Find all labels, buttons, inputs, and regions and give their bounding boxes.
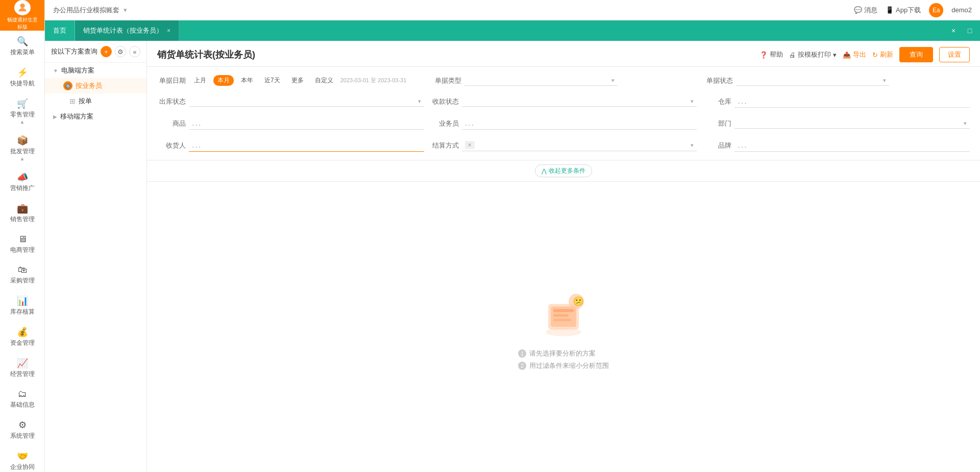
settlement-tag-close[interactable]: ×	[468, 141, 472, 149]
help-icon: ❓	[760, 51, 768, 59]
sidebar-marketing-label: 营销推广	[10, 184, 35, 193]
date-tab-this-year[interactable]: 本年	[237, 75, 257, 86]
sidebar-item-base[interactable]: 🗂 基础信息	[0, 384, 44, 414]
export-btn[interactable]: 📤 导出	[843, 50, 866, 59]
top-header: 办公用品行业模拟账套 ▾ 💬 消息 📱 App下载 Ea demo2	[45, 0, 980, 20]
outbound-dropdown[interactable]: ▾	[189, 97, 424, 107]
tab-bar: 首页 销货单统计表（按业务员） × × □	[45, 20, 980, 41]
sidebar-sales-label: 销售管理	[10, 215, 35, 224]
receiver-input[interactable]: ...	[189, 139, 424, 152]
sidebar-item-wholesale[interactable]: 📦 批发管理 ▲	[0, 130, 44, 167]
logo-sub: 标版	[17, 23, 28, 31]
date-tab-this-month[interactable]: 本月	[213, 75, 234, 86]
filter-warehouse-cell: 仓库 ...	[703, 93, 970, 110]
tab-active[interactable]: 销货单统计表（按业务员） ×	[75, 20, 179, 41]
collapse-row: ⋀ 收起更多条件	[147, 160, 980, 182]
sidebar-item-system[interactable]: ⚙ 系统管理	[0, 414, 44, 445]
sidebar-item-ecommerce[interactable]: 🖥 电商管理	[0, 229, 44, 259]
date-tab-more[interactable]: 更多	[287, 75, 308, 86]
add-icon: +	[104, 48, 108, 56]
export-label: 导出	[853, 50, 866, 59]
receiver-dots: ...	[192, 140, 202, 150]
message-label: 消息	[864, 6, 877, 15]
tab-close-btn[interactable]: ×	[167, 27, 170, 34]
tree-pc-section[interactable]: ▼ 电脑端方案	[45, 63, 146, 78]
product-dots: ...	[192, 119, 202, 128]
date-tab-custom[interactable]: 自定义	[311, 75, 337, 86]
app-download-btn[interactable]: 📱 App下载	[886, 6, 921, 15]
doc-status-arrow-icon: ▾	[883, 77, 886, 84]
settlement-arrow-icon: ▾	[691, 142, 694, 149]
doc-type-dropdown[interactable]: ▾	[464, 76, 618, 86]
collapse-panel-btn[interactable]: «	[129, 46, 140, 57]
empty-tips: 1 请先选择要分析的方案 2 用过滤条件来缩小分析范围	[518, 349, 609, 370]
filter-doc-status-cell: 单据状态 ▾	[704, 74, 970, 88]
salesperson-label: 业务员	[430, 119, 459, 128]
collapse-btn[interactable]: ⋀ 收起更多条件	[535, 164, 592, 177]
content-area: 按以下方案查询 + ⚙ « ▼ 电脑端方案	[45, 41, 980, 472]
sidebar-item-marketing[interactable]: 📣 营销推广	[0, 167, 44, 198]
retail-icon: 🛒	[17, 98, 28, 109]
sidebar-item-finance[interactable]: 💰 资金管理	[0, 321, 44, 352]
tree-arrow-icon: ▼	[53, 68, 58, 74]
payment-arrow-icon: ▾	[691, 98, 694, 105]
sidebar-item-enterprise[interactable]: 🤝 企业协同	[0, 445, 44, 472]
tab-home[interactable]: 首页	[45, 20, 75, 41]
print-btn[interactable]: 🖨 按模板打印 ▾	[789, 50, 837, 59]
sidebar-item-search[interactable]: 🔍 搜索菜单	[0, 31, 44, 62]
salesperson-input[interactable]: ...	[462, 117, 697, 130]
outbound-label: 出库状态	[157, 97, 186, 106]
sidebar-item-purchase[interactable]: 🛍 采购管理	[0, 259, 44, 290]
refresh-icon: ↻	[872, 51, 878, 59]
product-input[interactable]: ...	[189, 117, 424, 130]
filter-area: 单据日期 上月 本月 本年 近7天 更多 自定义 2023-03-01 至 20…	[147, 67, 980, 160]
sidebar-shortcut-label: 快捷导航	[10, 79, 35, 88]
tree-pc-label: 电脑端方案	[61, 66, 94, 75]
logo-icon	[14, 0, 31, 15]
settings-btn[interactable]: 设置	[939, 47, 970, 62]
sidebar-item-inventory[interactable]: 📊 库存核算	[0, 290, 44, 321]
breadcrumb-text: 办公用品行业模拟账套	[53, 6, 119, 15]
avatar[interactable]: Ea	[929, 3, 943, 17]
query-btn[interactable]: 查询	[899, 47, 933, 62]
page-header: 销货单统计表(按业务员) ❓ 帮助 🖨 按模板打印 ▾ 📤 导出	[147, 41, 980, 67]
app-logo[interactable]: 畅捷通好生意 标版	[0, 0, 45, 31]
payment-dropdown[interactable]: ▾	[462, 97, 697, 107]
filter-outbound-cell: 出库状态 ▾	[157, 95, 424, 109]
tab-minimize-btn[interactable]: ×	[947, 25, 960, 37]
sidebar-retail-label: 零售管理	[10, 110, 35, 119]
tree-salesperson-label: 按业务员	[76, 81, 102, 90]
left-panel-title: 按以下方案查询	[51, 47, 97, 56]
tree-item-by-order[interactable]: ⊞ 按单	[45, 93, 146, 109]
tab-maximize-btn[interactable]: □	[964, 25, 976, 37]
date-tab-prev-month[interactable]: 上月	[190, 75, 210, 86]
sidebar-item-sales[interactable]: 💼 销售管理	[0, 198, 44, 229]
mobile-arrow-icon: ▶	[53, 114, 57, 120]
warehouse-input[interactable]: ...	[734, 95, 970, 108]
message-btn[interactable]: 💬 消息	[854, 6, 877, 15]
inventory-icon: 📊	[17, 295, 28, 306]
empty-state: 😕 1 请先选择要分析的方案 2 用过滤条件来缩小分析范围	[147, 182, 980, 472]
tree-item-salesperson[interactable]: 🔘 按业务员	[45, 78, 146, 93]
tree-by-order-label: 按单	[79, 97, 92, 106]
settlement-dropdown[interactable]: × ▾	[462, 139, 697, 151]
sidebar-item-retail[interactable]: 🛒 零售管理 ▲	[0, 93, 44, 130]
help-btn[interactable]: ❓ 帮助	[760, 50, 783, 59]
sidebar-item-shortcut[interactable]: ⚡ 快捷导航	[0, 62, 44, 93]
refresh-btn[interactable]: ↻ 刷新	[872, 50, 893, 59]
sidebar-operations-label: 经营管理	[10, 370, 35, 379]
system-icon: ⚙	[18, 419, 27, 431]
sidebar-item-operations[interactable]: 📈 经营管理	[0, 352, 44, 384]
brand-input[interactable]: ...	[734, 139, 970, 152]
department-dropdown[interactable]: ▾	[734, 119, 970, 129]
doc-status-dropdown[interactable]: ▾	[736, 76, 889, 86]
add-scheme-btn[interactable]: +	[101, 46, 112, 57]
page-title: 销货单统计表(按业务员)	[157, 49, 255, 61]
tree-mobile-section[interactable]: ▶ 移动端方案	[45, 109, 146, 124]
receiver-label: 收货人	[157, 141, 186, 150]
mobile-section-label: 移动端方案	[60, 112, 93, 121]
left-panel: 按以下方案查询 + ⚙ « ▼ 电脑端方案	[45, 41, 147, 472]
settings-scheme-btn[interactable]: ⚙	[115, 46, 126, 57]
collapse-arrow-icon: ⋀	[542, 168, 547, 175]
date-tab-recent7[interactable]: 近7天	[260, 75, 284, 86]
